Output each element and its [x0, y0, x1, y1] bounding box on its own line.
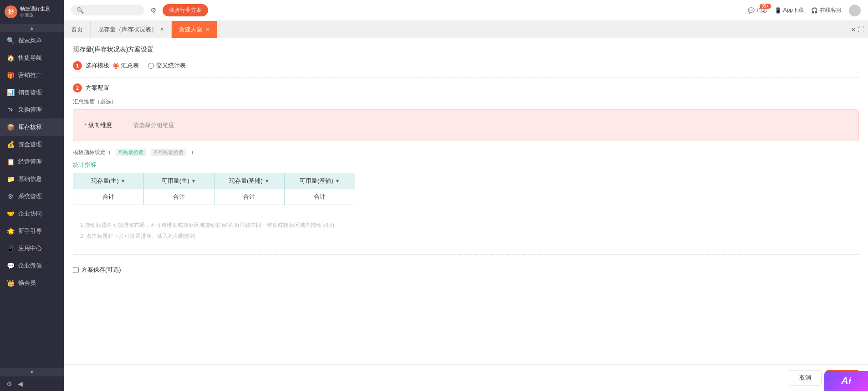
stats-col-2-dropdown-icon[interactable]: ▼ [265, 178, 270, 184]
guide-icon: 🌟 [6, 227, 15, 235]
sidebar-item-search[interactable]: 🔍 搜索菜单 [0, 32, 64, 49]
radio-summary-label: 汇总表 [121, 62, 139, 70]
dimension-box[interactable]: * 纵向维度 —— 请选择分组维度 [73, 109, 859, 141]
sidebar-item-member[interactable]: 👑 畅会员 [0, 274, 64, 292]
sidebar-item-business[interactable]: 📋 经营管理 [0, 153, 64, 170]
save-checkbox[interactable] [73, 267, 79, 273]
sidebar-item-apps[interactable]: 📱 应用中心 [0, 240, 64, 257]
logo-icon: 好 [5, 5, 17, 18]
customer-service-icon: 🎧 [811, 7, 818, 14]
sidebar-item-company[interactable]: 🤝 企业协同 [0, 205, 64, 222]
gear-button[interactable]: ⚙ [148, 5, 158, 16]
sidebar-item-sales[interactable]: 📊 销售管理 [0, 84, 64, 101]
stats-col-1-header[interactable]: 可用量(主) ▼ [144, 173, 214, 189]
logo-text-block: 畅捷通好生意 标准版 [20, 5, 50, 18]
template-radio-group: 汇总表 交叉统计表 [113, 62, 186, 70]
sidebar-item-guide[interactable]: 🌟 新手引导 [0, 222, 64, 240]
tab-bar: 首页 现存量（库存状况表） ✕ 新建方案 ✕ ✕ ⛶ [64, 21, 868, 38]
sidebar-item-finance-label: 资金管理 [18, 140, 42, 149]
save-option-label[interactable]: 方案保存(可选) [82, 266, 121, 274]
sidebar-item-inventory-label: 库存核算 [18, 123, 42, 131]
stats-col-2-header[interactable]: 现存量(基辅) ▼ [214, 173, 285, 189]
sales-icon: 📊 [6, 88, 15, 97]
stats-col-2-header-label: 现存量(基辅) [229, 177, 263, 185]
search-bar-icon: 🔍 [77, 7, 84, 14]
gift-icon: 🎁 [6, 71, 15, 79]
indicator-label-suffix: ） [191, 149, 196, 156]
logo-sub: 标准版 [20, 12, 50, 18]
sidebar-scroll-up[interactable]: ▲ [0, 24, 64, 32]
stats-col-1-dropdown-icon[interactable]: ▼ [191, 178, 196, 184]
sidebar-item-wechat-label: 企业微信 [18, 262, 42, 270]
radio-summary-input[interactable] [113, 63, 119, 69]
sidebar-item-sales-label: 销售管理 [18, 88, 42, 97]
stats-col-3-dropdown-icon[interactable]: ▼ [335, 178, 340, 184]
step1-section: 1 选择模板 汇总表 交叉统计表 [73, 61, 859, 70]
company-icon: 🤝 [6, 210, 15, 218]
try-industry-button[interactable]: 体验行业方案 [163, 4, 208, 16]
radio-summary[interactable]: 汇总表 [113, 62, 139, 70]
sidebar-item-shortcut[interactable]: 🏠 快捷导航 [0, 49, 64, 67]
sidebar-item-business-label: 经营管理 [18, 158, 42, 166]
collapse-icon[interactable]: ◀ [18, 380, 23, 387]
tab-inventory-status-label: 现存量（库存状况表） [98, 26, 157, 34]
header-left: 🔍 ⚙ 体验行业方案 [71, 4, 208, 16]
message-action[interactable]: 💬 消息 99+ [748, 6, 767, 14]
dimension-section-label: 汇总维度（必选） [73, 98, 859, 106]
tab-new-scheme[interactable]: 新建方案 ✕ [172, 21, 217, 38]
tab-home[interactable]: 首页 [64, 21, 91, 38]
window-close-button[interactable]: ✕ [851, 26, 856, 33]
sidebar-item-guide-label: 新手引导 [18, 227, 42, 235]
user-avatar[interactable] [849, 5, 861, 16]
main-area: 🔍 ⚙ 体验行业方案 💬 消息 99+ 📱 App下载 🎧 在线客服 [64, 0, 868, 391]
tips-section: 1.拖动标题栏可以调整布局，不可跨维度或指标区域拖动栏目字段(只能在同一维度或指… [73, 214, 859, 247]
stats-col-0-dropdown-icon[interactable]: ▼ [121, 178, 126, 184]
step1-badge: 1 [73, 61, 82, 70]
stats-col-2: 现存量(基辅) ▼ 合计 [214, 173, 285, 205]
cancel-button[interactable]: 取消 [789, 370, 822, 386]
save-option: 方案保存(可选) [73, 260, 859, 279]
step2-badge: 2 [73, 83, 82, 93]
tips-item-1-text: 2. 点击标题栏下拉可设置排序、插入列和删除列 [80, 233, 195, 239]
wechat-icon: 💬 [6, 262, 15, 270]
search-input[interactable] [87, 7, 138, 14]
page-title: 现存量(库存状况表)方案设置 [73, 46, 859, 54]
sidebar-item-marketing[interactable]: 🎁 营销推广 [0, 67, 64, 84]
sidebar-item-finance[interactable]: 💰 资金管理 [0, 136, 64, 153]
indicator-config-label: 模板指标设定（ 可拖动位置 不可拖动位置 ） [73, 149, 859, 156]
app-download-icon: 📱 [775, 7, 781, 14]
apps-icon: 📱 [6, 244, 15, 252]
sidebar-item-inventory[interactable]: 📦 库存核算 [0, 118, 64, 136]
stats-section: 统计指标 现存量(主) ▼ 合计 可用量(主) [73, 161, 859, 205]
tab-new-scheme-close-icon[interactable]: ✕ [205, 26, 209, 32]
sidebar-item-system[interactable]: ⚙ 系统管理 [0, 188, 64, 205]
dimension-required-mark: * [84, 122, 87, 129]
stats-col-0-header[interactable]: 现存量(主) ▼ [73, 173, 143, 189]
sidebar-item-purchase[interactable]: 🛍 采购管理 [0, 101, 64, 118]
radio-cross-input[interactable] [148, 63, 154, 69]
sidebar-logo: 好 畅捷通好生意 标准版 [0, 0, 64, 24]
tab-new-scheme-label: 新建方案 [179, 26, 203, 34]
radio-cross[interactable]: 交叉统计表 [148, 62, 186, 70]
header-search-bar[interactable]: 🔍 [71, 5, 144, 15]
ai-badge[interactable]: Ai [824, 371, 868, 391]
sidebar-item-basic-label: 基础信息 [18, 175, 42, 183]
tips-item-0: 1.拖动标题栏可以调整布局，不可跨维度或指标区域拖动栏目字段(只能在同一维度或指… [80, 220, 852, 231]
tab-inventory-close-icon[interactable]: ✕ [160, 26, 164, 32]
tab-inventory-status[interactable]: 现存量（库存状况表） ✕ [91, 21, 172, 38]
stats-col-3-header[interactable]: 可用量(基辅) ▼ [285, 173, 355, 189]
app-download-action[interactable]: 📱 App下载 [775, 6, 804, 14]
stats-col-2-body: 合计 [214, 189, 285, 205]
customer-service-action[interactable]: 🎧 在线客服 [811, 6, 842, 14]
dimension-field-name: 纵向维度 [88, 121, 112, 129]
step2-header: 2 方案配置 [73, 83, 859, 93]
sidebar-item-company-label: 企业协同 [18, 210, 42, 218]
window-expand-button[interactable]: ⛶ [858, 26, 864, 33]
sidebar-item-basic[interactable]: 📁 基础信息 [0, 170, 64, 188]
purchase-icon: 🛍 [6, 106, 15, 114]
sidebar-item-marketing-label: 营销推广 [18, 71, 42, 79]
sidebar-item-wechat[interactable]: 💬 企业微信 [0, 257, 64, 274]
settings-icon[interactable]: ⚙ [6, 380, 12, 387]
top-header: 🔍 ⚙ 体验行业方案 💬 消息 99+ 📱 App下载 🎧 在线客服 [64, 0, 868, 21]
sidebar-scroll-down[interactable]: ▼ [0, 368, 64, 376]
